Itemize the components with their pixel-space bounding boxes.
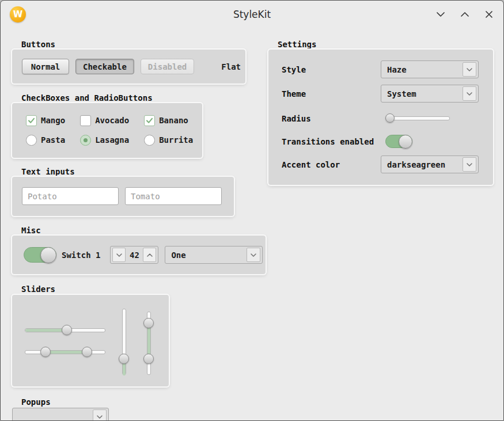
settings-group-title: Settings bbox=[278, 40, 316, 49]
chevron-down-icon bbox=[116, 253, 122, 257]
radius-slider-handle[interactable] bbox=[385, 113, 395, 123]
checkbox-row: Mango Avocado Banano bbox=[26, 114, 188, 127]
style-combobox[interactable]: Haze bbox=[381, 60, 479, 78]
popups-group-title: Popups bbox=[21, 397, 51, 407]
chevron-up-icon bbox=[460, 12, 469, 17]
switch-1[interactable] bbox=[24, 247, 56, 263]
misc-group-panel: Switch 1 42 One bbox=[12, 236, 266, 274]
radio-lasagna[interactable]: Lasagna bbox=[80, 135, 129, 146]
radio-indicator bbox=[80, 135, 91, 146]
sliders-group-panel bbox=[12, 295, 169, 386]
chevron-down-icon bbox=[467, 68, 472, 71]
style-label: Style bbox=[282, 65, 306, 74]
normal-button[interactable]: Normal bbox=[22, 59, 69, 74]
radio-label: Lasagna bbox=[95, 135, 129, 145]
combo-value: Haze bbox=[381, 65, 463, 74]
radio-pasta[interactable]: Pasta bbox=[26, 135, 65, 146]
radio-row: Pasta Lasagna Burrita bbox=[26, 134, 193, 146]
transitions-switch[interactable] bbox=[385, 135, 412, 148]
radio-label: Pasta bbox=[41, 135, 65, 145]
combo-value: System bbox=[381, 89, 463, 98]
spin-value: 42 bbox=[127, 251, 141, 260]
settings-panel: Style Haze Theme System Radius Transitio… bbox=[268, 50, 493, 185]
checkbox-indicator bbox=[144, 115, 155, 126]
theme-combobox[interactable]: System bbox=[381, 85, 479, 103]
radius-label: Radius bbox=[282, 114, 311, 123]
buttons-group-panel: Normal Checkable Disabled Flat bbox=[12, 50, 245, 84]
text-group-title: Text inputs bbox=[21, 167, 75, 176]
vertical-range-slider-second-handle[interactable] bbox=[143, 354, 154, 364]
transitions-label: Transitions enabled bbox=[282, 137, 374, 146]
checkbox-indicator bbox=[26, 115, 37, 126]
flat-button[interactable]: Flat bbox=[219, 59, 243, 74]
sliders-group-title: Sliders bbox=[21, 285, 55, 294]
switch-knob bbox=[399, 135, 412, 149]
disabled-button: Disabled bbox=[141, 59, 194, 74]
maximize-button[interactable] bbox=[460, 9, 470, 20]
combo-value: darkseagreen bbox=[381, 160, 463, 169]
switch-1-label: Switch 1 bbox=[62, 251, 100, 260]
window-title: StyleKit bbox=[1, 9, 503, 20]
combo-drop-button[interactable] bbox=[463, 157, 476, 172]
theme-label: Theme bbox=[282, 89, 306, 98]
combo-drop-button[interactable] bbox=[247, 248, 260, 262]
titlebar: W StyleKit bbox=[1, 1, 503, 28]
check-icon bbox=[28, 117, 35, 124]
chevron-down-icon bbox=[97, 415, 103, 419]
spin-decrement-button[interactable] bbox=[112, 248, 126, 262]
buttons-group-title: Buttons bbox=[21, 40, 55, 49]
horizontal-range-slider-first-handle[interactable] bbox=[40, 347, 51, 357]
chevron-up-icon bbox=[147, 253, 153, 257]
spin-increment-button[interactable] bbox=[143, 248, 156, 262]
combo-drop-button[interactable] bbox=[93, 409, 107, 421]
checkbox-label: Avocado bbox=[95, 116, 129, 125]
checkbox-avocado[interactable]: Avocado bbox=[80, 115, 129, 126]
checkbox-indicator bbox=[80, 115, 91, 126]
tomato-input[interactable] bbox=[125, 187, 222, 205]
chevron-down-icon bbox=[467, 163, 472, 166]
popups-widget[interactable] bbox=[12, 408, 109, 421]
stylekit-window: W StyleKit Buttons Normal Checkable Disa… bbox=[0, 0, 504, 421]
misc-row: Switch 1 42 One bbox=[12, 236, 266, 274]
radio-indicator bbox=[144, 135, 155, 146]
checkbox-label: Banano bbox=[159, 116, 188, 125]
checks-group-title: CheckBoxes and RadioButtons bbox=[21, 93, 153, 103]
horizontal-slider-1-handle[interactable] bbox=[62, 325, 72, 335]
chevron-down-icon bbox=[251, 253, 256, 257]
accent-color-label: Accent color bbox=[282, 160, 340, 169]
combo-drop-button[interactable] bbox=[463, 86, 476, 101]
misc-group-title: Misc bbox=[21, 226, 41, 235]
horizontal-range-slider-second-handle[interactable] bbox=[82, 347, 92, 357]
window-controls bbox=[435, 1, 494, 28]
checkbox-banano[interactable]: Banano bbox=[144, 115, 188, 126]
text-group-panel bbox=[12, 177, 234, 216]
combo-value: One bbox=[165, 251, 247, 260]
accent-color-combobox[interactable]: darkseagreen bbox=[381, 155, 479, 173]
radio-label: Burrita bbox=[159, 135, 193, 145]
vertical-slider-1[interactable] bbox=[122, 309, 126, 375]
buttons-row: Normal Checkable Disabled Flat bbox=[12, 50, 245, 84]
checkbox-mango[interactable]: Mango bbox=[26, 115, 65, 126]
check-icon bbox=[146, 117, 153, 124]
checkbox-label: Mango bbox=[41, 116, 65, 125]
chevron-down-icon bbox=[467, 92, 472, 96]
radio-indicator bbox=[26, 135, 37, 146]
minimize-button[interactable] bbox=[435, 9, 446, 20]
misc-combobox[interactable]: One bbox=[165, 246, 263, 264]
checks-group-panel: Mango Avocado Banano Pasta Lasagna bbox=[12, 103, 202, 158]
vertical-slider-1-handle[interactable] bbox=[119, 354, 129, 364]
chevron-down-icon bbox=[436, 12, 445, 17]
checkable-button[interactable]: Checkable bbox=[75, 59, 134, 74]
close-icon bbox=[485, 10, 493, 18]
switch-knob bbox=[40, 247, 56, 263]
radius-slider[interactable] bbox=[385, 116, 450, 120]
combo-drop-button[interactable] bbox=[463, 62, 476, 77]
close-button[interactable] bbox=[484, 9, 494, 20]
spinbox: 42 bbox=[110, 246, 158, 264]
vertical-range-slider-first-handle[interactable] bbox=[143, 318, 154, 328]
potato-input[interactable] bbox=[22, 187, 119, 205]
horizontal-range-slider[interactable] bbox=[25, 350, 105, 354]
radio-burrita[interactable]: Burrita bbox=[144, 135, 193, 146]
